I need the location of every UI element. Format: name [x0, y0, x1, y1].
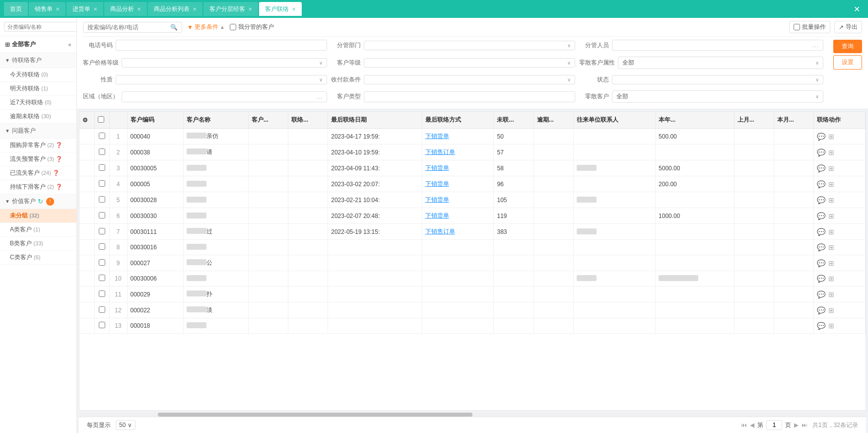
sidebar-item-tomorrow-pending[interactable]: 明天待联络 (1) [0, 82, 76, 96]
first-page-btn[interactable]: ⏮ [741, 422, 747, 429]
sidebar-item-overdue-pending[interactable]: 逾期未联络 (30) [0, 110, 76, 124]
tab-sales-close[interactable]: ✕ [56, 6, 60, 12]
last-method-link[interactable]: 下销货单 [425, 133, 449, 140]
chat-icon[interactable]: 💬 [817, 228, 825, 236]
row-checkbox[interactable] [99, 259, 105, 266]
retail-attr-select[interactable]: 全部 ∨ [618, 57, 823, 69]
last-method-cell[interactable]: 下销货单 [422, 176, 494, 192]
row-checkbox-cell[interactable] [94, 192, 109, 208]
tab-purchase-close[interactable]: ✕ [93, 6, 97, 12]
sidebar-item-c-class[interactable]: C类客户 (6) [0, 251, 76, 265]
row-checkbox-cell[interactable] [94, 271, 109, 287]
tab-product-analysis-close[interactable]: ✕ [137, 6, 141, 12]
row-checkbox[interactable] [99, 133, 105, 139]
last-page-btn[interactable]: ⏭ [801, 422, 807, 429]
person-select[interactable]: ... [612, 40, 823, 51]
last-method-cell[interactable] [422, 302, 494, 318]
row-checkbox-cell[interactable] [94, 287, 109, 302]
tab-customer-contact[interactable]: 客户联络 ✕ [259, 2, 302, 16]
sidebar-item-hoarding[interactable]: 囤购异常客户 (2) ❓ [0, 139, 76, 152]
row-checkbox-cell[interactable] [94, 255, 109, 271]
unit-contact-col-header[interactable]: 往来单位联系人 [573, 112, 655, 129]
group-problem-customers[interactable]: ▼ 问题客户 [0, 124, 76, 139]
grid-action-icon[interactable]: ⊞ [828, 196, 834, 204]
last-method-link[interactable]: 下销货单 [425, 196, 449, 203]
window-close-button[interactable]: ✕ [850, 4, 864, 14]
tab-product-analysis-list[interactable]: 商品分析列表 ✕ [148, 2, 202, 16]
grid-action-icon[interactable]: ⊞ [828, 180, 834, 188]
region-select[interactable]: ... [122, 91, 327, 102]
row-checkbox-cell[interactable] [94, 240, 109, 255]
sidebar-item-a-class[interactable]: A类客户 (1) [0, 223, 76, 237]
grid-action-icon[interactable]: ⊞ [828, 306, 834, 314]
sidebar-item-7day-pending[interactable]: 近7天待联络 (0) [0, 96, 76, 110]
last-month-col-header[interactable]: 上月... [734, 112, 774, 129]
row-checkbox-cell[interactable] [94, 224, 109, 240]
region-dots[interactable]: ... [316, 93, 323, 100]
tab-home[interactable]: 首页 [4, 2, 28, 16]
last-method-cell[interactable]: 下销货单 [422, 192, 494, 208]
reset-button[interactable]: 设置 [833, 55, 862, 70]
dept-select[interactable]: ∨ [364, 41, 575, 50]
tab-customer-tier-close[interactable]: ✕ [248, 6, 252, 12]
last-method-cell[interactable]: 下销货单 [422, 129, 494, 144]
grid-action-icon[interactable]: ⊞ [828, 228, 834, 236]
row-checkbox[interactable] [99, 212, 105, 218]
sidebar-search-input[interactable] [4, 22, 77, 32]
page-number-input[interactable] [766, 420, 782, 430]
settings-col-header[interactable]: ⚙ [79, 112, 94, 129]
export-btn[interactable]: ↗ 导出 [834, 21, 862, 33]
payment-select[interactable]: ∨ [364, 75, 575, 84]
grid-action-icon[interactable]: ⊞ [828, 164, 834, 172]
sidebar-item-today-pending[interactable]: 今天待联络 (0) [0, 68, 76, 82]
tab-customer-tier[interactable]: 客户分层经客 ✕ [203, 2, 258, 16]
chat-icon[interactable]: 💬 [817, 164, 825, 172]
grid-action-icon[interactable]: ⊞ [828, 243, 834, 251]
chat-icon[interactable]: 💬 [817, 322, 825, 330]
row-checkbox-cell[interactable] [94, 208, 109, 224]
tab-purchase[interactable]: 进货单 ✕ [67, 2, 103, 16]
row-checkbox-cell[interactable] [94, 176, 109, 192]
page-size-select[interactable]: 50 ∨ [116, 420, 135, 430]
chat-icon[interactable]: 💬 [817, 275, 825, 283]
row-checkbox[interactable] [99, 290, 105, 297]
sidebar-item-churned[interactable]: 已流失客户 (24) ❓ [0, 166, 76, 180]
row-checkbox-cell[interactable] [94, 302, 109, 318]
last-method-cell[interactable] [422, 240, 494, 255]
sidebar-item-declining[interactable]: 持续下滑客户 (2) ❓ [0, 180, 76, 194]
row-checkbox-cell[interactable] [94, 160, 109, 176]
no-contact-col-header[interactable]: 未联... [494, 112, 534, 129]
grid-action-icon[interactable]: ⊞ [828, 259, 834, 267]
chat-icon[interactable]: 💬 [817, 212, 825, 220]
grid-action-icon[interactable]: ⊞ [828, 322, 834, 330]
grid-action-icon[interactable]: ⊞ [828, 275, 834, 283]
type-col-header[interactable]: 客户... [248, 112, 288, 129]
phone-input[interactable] [116, 40, 327, 51]
row-checkbox[interactable] [99, 243, 105, 250]
h-scrollbar[interactable] [79, 413, 866, 417]
tab-product-analysis[interactable]: 商品分析 ✕ [104, 2, 147, 16]
search-icon[interactable]: 🔍 [170, 24, 178, 31]
this-year-col-header[interactable]: 本年... [656, 112, 734, 129]
all-customers-header[interactable]: ⊞ 全部客户 « [0, 36, 76, 53]
my-customers-toggle[interactable]: 我分管的客户 [230, 23, 274, 31]
row-checkbox[interactable] [99, 306, 105, 313]
tab-sales[interactable]: 销售单 ✕ [29, 2, 66, 16]
last-method-link[interactable]: 下销货单 [425, 164, 449, 171]
sidebar-collapse-btn[interactable]: « [68, 41, 71, 48]
row-checkbox-cell[interactable] [94, 129, 109, 144]
last-method-cell[interactable]: 下销售订单 [422, 144, 494, 160]
chat-icon[interactable]: 💬 [817, 180, 825, 188]
row-checkbox[interactable] [99, 196, 105, 203]
chat-icon[interactable]: 💬 [817, 133, 825, 141]
last-method-cell[interactable] [422, 255, 494, 271]
settings-icon[interactable]: ⚙ [82, 117, 88, 124]
prev-page-btn[interactable]: ◀ [750, 422, 754, 429]
chat-icon[interactable]: 💬 [817, 148, 825, 156]
chat-icon[interactable]: 💬 [817, 306, 825, 314]
grid-action-icon[interactable]: ⊞ [828, 133, 834, 141]
row-checkbox[interactable] [99, 180, 105, 187]
last-method-link[interactable]: 下销售订单 [425, 228, 455, 235]
contact-col-header[interactable]: 联络... [288, 112, 328, 129]
status-select[interactable]: ∨ [612, 75, 823, 84]
